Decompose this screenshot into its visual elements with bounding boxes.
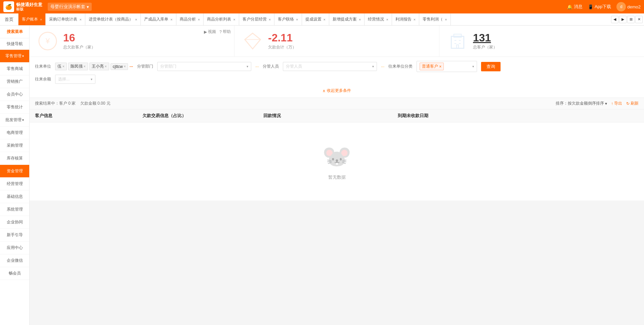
export-icon: ↑ [611,101,613,106]
sidebar-item-member[interactable]: 畅会员 [0,267,29,280]
close-tab-product-inbound[interactable]: × [170,17,172,22]
close-tab-promotion-settings[interactable]: × [324,17,326,22]
more-tags-button[interactable]: ··· [129,64,133,69]
close-tab-profit-report[interactable]: × [414,17,416,22]
yuan-icon: ¥ [38,31,58,51]
logo-subtitle: 标版 [16,7,42,11]
remove-company-type[interactable]: × [439,64,441,69]
results-summary: 搜索结果中：客户 0 家 欠款金额 0.00 元 [35,101,111,106]
account-selector[interactable]: 母婴行业演示帐套 ▾ [48,3,92,11]
sidebar-item-system[interactable]: 系统管理 [0,203,29,216]
sidebar-item-wholesale-mgmt[interactable]: 批发管理 ▾ [0,114,29,127]
close-tab-inbound[interactable]: × [135,17,137,22]
person-more-btn[interactable]: ··· [381,64,384,69]
sidebar-item-enterprise-wechat[interactable]: 企业微信 [0,254,29,267]
collapse-filters-button[interactable]: ∧ 收起更多条件 [323,88,351,94]
sidebar-item-ecommerce[interactable]: 电商管理 [0,127,29,139]
close-tab-product-analysis[interactable]: × [198,17,200,22]
tab-home[interactable]: 首页 [0,13,18,26]
col-header-customer: 客户信息 [35,113,142,119]
sort-button[interactable]: 排序：按欠款金额倒序排序 ▾ [556,101,607,106]
sidebar-item-retail-mall[interactable]: 零售商城 [0,63,29,75]
tab-navigation: ◀ ▶ ⊞ ✕ [610,16,644,23]
sidebar: 搜索菜单 快捷导航 零售管理 ▾ 零售商城 营销推广 会员中心 零售统计 批发管… [0,26,30,325]
tab-customer-contact[interactable]: 客户联络 × [274,13,302,26]
sidebar-item-finance[interactable]: 资金管理 [0,165,29,178]
sidebar-item-purchase[interactable]: 采购管理 [0,139,29,152]
person-select[interactable]: 分管人员 ▾ [283,62,377,71]
dept-more-btn[interactable]: ··· [255,64,259,69]
sidebar-item-app-center[interactable]: 应用中心 [0,242,29,254]
video-button[interactable]: ▶ 视频 [204,29,216,35]
tab-prev-button[interactable]: ◀ [611,16,618,23]
sidebar-item-marketing[interactable]: 营销推广 [0,75,29,88]
company-type-label: 往来单位分类 [388,64,413,69]
sidebar-item-member-center[interactable]: 会员中心 [0,88,29,101]
tab-expand-button[interactable]: ⊞ [627,16,635,23]
tag-wang: 王小亮 × [89,63,109,70]
sidebar-item-operations[interactable]: 经营管理 [0,178,29,190]
tab-product-inbound[interactable]: 产成品入库单 × [141,13,176,26]
close-tab-new-promotion[interactable]: × [359,17,361,22]
balance-select[interactable]: 选择... ▾ [55,75,95,84]
chevron-down-icon: ▾ [22,118,24,122]
svg-rect-6 [451,36,464,48]
tab-promotion-settings[interactable]: 提成设置 × [302,13,329,26]
tab-operations[interactable]: 经营情况 × [364,13,392,26]
table-header: 客户信息 欠款交易信息（占比） 回款情况 到期未收款日期 [30,109,644,122]
tab-next-button[interactable]: ▶ [619,16,627,23]
empty-text: 暂无数据 [328,174,346,180]
sidebar-item-retail-stats[interactable]: 零售统计 [0,101,29,114]
bell-icon: 🔔 [567,4,572,9]
help-button[interactable]: ? 帮助 [219,29,231,35]
avatar: d [616,2,626,11]
close-tab-customer-contact[interactable]: × [296,17,298,22]
remove-tag-wang[interactable]: × [105,65,107,68]
company-tags: 伍 × 陈民强 × 王小亮 × [55,63,133,70]
company-filter-label: 往来单位 [35,64,51,69]
tab-retail-profit[interactable]: 零售利润（ × [419,13,450,26]
svg-rect-7 [454,34,461,37]
app-download-button[interactable]: 📱 App下载 [588,4,611,10]
overdue-customers-value: 16 [63,32,95,43]
close-tab-product-analysis-list[interactable]: × [233,17,235,22]
sidebar-search[interactable]: 搜索菜单 [0,26,29,38]
close-tab-purchase-order[interactable]: × [79,17,81,22]
diamond-icon [243,31,263,51]
sidebar-item-basic-info[interactable]: 基础信息 [0,190,29,203]
tab-close-all-button[interactable]: ✕ [635,16,643,23]
close-tab-customer-tier[interactable]: × [269,17,271,22]
data-table: 客户信息 欠款交易信息（占比） 回款情况 到期未收款日期 🐭 暂无数据 [30,109,644,201]
close-tab-customer-book[interactable]: × [40,17,42,22]
company-type-selected-tag: 普通客户 × [420,63,444,70]
filter-area: 往来单位 伍 × 陈民强 × 王小亮 [30,57,644,98]
tab-product-analysis-list[interactable]: 商品分析列表 × [204,13,239,26]
svg-text:¥: ¥ [45,37,50,45]
user-menu-button[interactable]: d demo2 [616,2,641,11]
sidebar-item-retail-mgmt[interactable]: 零售管理 ▾ [0,50,29,63]
remove-tag-wu[interactable]: × [62,65,65,68]
sidebar-quick-nav[interactable]: 快捷导航 [0,38,29,50]
remove-tag-chen[interactable]: × [84,65,86,68]
tab-customer-book[interactable]: 客户账本 × [18,13,46,26]
remove-tag-cjttcw[interactable]: × [124,65,126,68]
tab-new-promotion[interactable]: 新增提成方案 × [329,13,364,26]
query-button[interactable]: 查询 [481,62,501,71]
tab-customer-tier[interactable]: 客户分层经营 × [239,13,274,26]
tab-inbound-stats[interactable]: 进货单统计表（按商品） × [85,13,141,26]
dept-select[interactable]: 分管部门 ▾ [157,62,251,71]
tab-purchase-order[interactable]: 采购订单统计表 × [46,13,85,26]
tab-profit-report[interactable]: 利润报告 × [392,13,419,26]
col-header-debt: 欠款交易信息（占比） [142,113,263,119]
close-tab-retail-profit[interactable]: × [445,17,447,22]
sidebar-item-inventory[interactable]: 库存核算 [0,152,29,165]
close-tab-operations[interactable]: × [386,17,388,22]
export-button[interactable]: ↑ 导出 [611,101,622,106]
sidebar-item-enterprise-collab[interactable]: 企业协同 [0,216,29,229]
messages-button[interactable]: 🔔 消息 [567,4,583,10]
sidebar-item-new-guide[interactable]: 新手引导 [0,229,29,242]
company-type-select[interactable]: 普通客户 × ▾ [417,61,477,72]
empty-state: 🐭 暂无数据 [30,122,644,201]
tab-product-analysis[interactable]: 商品分析 × [176,13,204,26]
refresh-button[interactable]: ↻ 刷新 [626,101,639,106]
